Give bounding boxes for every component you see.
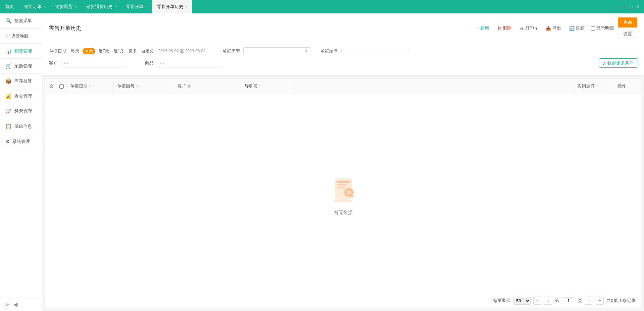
tab-retail-open-history[interactable]: 零售开单历史 × bbox=[152, 0, 192, 13]
goods-input[interactable]: ··· bbox=[157, 59, 224, 67]
sidebar-item-purchase-mgmt[interactable]: 🛒 采购管理 bbox=[0, 59, 42, 74]
doc-type-select[interactable]: ▾ bbox=[243, 47, 310, 55]
sidebar-inventory-label: 库存核算 bbox=[14, 78, 32, 84]
sales-icon: 📊 bbox=[5, 48, 12, 54]
th-actual-amount[interactable]: 实销金额 ⇅ bbox=[574, 79, 614, 94]
retail-open-label: 零售开单 bbox=[126, 4, 143, 10]
main-layout: 🔍 搜索采单 ⌂ 快捷导航 📊 销售管理 🛒 采购管理 📦 库存核算 💰 资金管… bbox=[0, 13, 644, 311]
goods-label: 商品 bbox=[145, 60, 154, 66]
shortcut-1month[interactable]: 近1月 bbox=[112, 48, 126, 54]
close-sales-return[interactable]: × bbox=[75, 5, 77, 9]
basic-info-icon: 📋 bbox=[5, 123, 12, 129]
sidebar-item-inventory[interactable]: 📦 库存核算 bbox=[0, 74, 42, 89]
shortcut-7days[interactable]: 近7天 bbox=[97, 48, 110, 54]
date-label: 单据日期 bbox=[49, 48, 66, 54]
sidebar-search[interactable]: 🔍 搜索采单 bbox=[0, 13, 42, 29]
print-icon: 🖨 bbox=[519, 26, 524, 31]
date-range: 2023-06-02 至 2023-06-02 bbox=[158, 48, 205, 54]
maximize-btn[interactable]: □ bbox=[630, 4, 633, 10]
shortcut-custom[interactable]: 自定义 bbox=[140, 48, 155, 54]
customer-input[interactable]: ··· bbox=[61, 59, 128, 67]
doc-num-input[interactable] bbox=[341, 50, 408, 53]
collapse-label: 收起更多条件 bbox=[607, 60, 634, 66]
th-doc-num[interactable]: 单据编号 ⇅ bbox=[114, 79, 174, 94]
sidebar-item-finance-mgmt[interactable]: 💰 资金管理 bbox=[0, 89, 42, 104]
sidebar-bottom: ⚙ ◀ bbox=[0, 298, 42, 311]
prev-page-btn[interactable]: ‹ bbox=[544, 297, 552, 305]
show-detail-checkbox-label[interactable]: 显示明细 bbox=[591, 25, 614, 31]
th-checkbox[interactable] bbox=[56, 79, 67, 94]
settings-icon[interactable]: ⚙ bbox=[5, 301, 9, 308]
tab-sales-return[interactable]: 销货退货 × bbox=[50, 0, 81, 13]
th-doc-num-label: 单据编号 bbox=[117, 83, 135, 89]
date-shortcuts: 昨天 今天 近7天 近1月 更多 自定义 bbox=[70, 48, 155, 54]
sales-order-label: 销售订单 bbox=[24, 4, 42, 10]
shortcut-today[interactable]: 今天 bbox=[83, 48, 95, 54]
query-button[interactable]: 查询 bbox=[618, 17, 637, 28]
search-icon: 🔍 bbox=[5, 18, 12, 24]
delete-button[interactable]: 🗑 删除 bbox=[495, 24, 513, 33]
shortcut-more[interactable]: 更多 bbox=[127, 48, 138, 54]
collapse-icon: ∧ bbox=[603, 61, 606, 66]
add-label: + 新增 bbox=[477, 25, 489, 31]
table-area: ⚙ 单据日期 ⇅ 单据编号 ⇅ 客户 ⇅ 导购员 bbox=[45, 78, 641, 308]
show-detail-checkbox[interactable] bbox=[591, 26, 595, 31]
next-page-btn[interactable]: › bbox=[585, 297, 593, 305]
export-button[interactable]: 📤 导出 bbox=[544, 24, 563, 33]
sidebar-sales-label: 销售管理 bbox=[14, 48, 32, 54]
collapse-button[interactable]: ∧ 收起更多条件 bbox=[599, 58, 637, 68]
sidebar-item-business-mgmt[interactable]: 📈 经营管理 bbox=[0, 104, 42, 119]
th-settings[interactable]: ⚙ bbox=[45, 79, 56, 94]
th-doc-date-label: 单据日期 bbox=[70, 83, 88, 89]
th-salesperson[interactable]: 导购员 ⇅ bbox=[241, 79, 288, 94]
select-all-checkbox[interactable] bbox=[59, 84, 64, 89]
sidebar-item-system-mgmt[interactable]: ⚙ 系统管理 bbox=[0, 134, 42, 149]
tab-sales-order[interactable]: 销售订单 × bbox=[19, 0, 50, 13]
th-doc-date[interactable]: 单据日期 ⇅ bbox=[67, 79, 114, 94]
column-settings-icon[interactable]: ⚙ bbox=[49, 82, 54, 91]
refresh-button[interactable]: 🔄 刷新 bbox=[567, 24, 587, 33]
pagination: 每页显示 50 10 20 100 « ‹ 第 页 › » 共0页, 0条记录 bbox=[45, 293, 641, 308]
filter-row-1: 单据日期 昨天 今天 近7天 近1月 更多 自定义 2023-06-02 至 2… bbox=[49, 47, 637, 55]
tab-sales-return-history[interactable]: 销货退货历史 × bbox=[82, 0, 121, 13]
page-title: 零售开单历史 bbox=[49, 25, 81, 32]
sidebar-item-sales-mgmt[interactable]: 📊 销售管理 bbox=[0, 44, 42, 59]
th-operations: 操作 bbox=[614, 79, 641, 94]
sidebar-item-quick-nav[interactable]: ⌂ 快捷导航 bbox=[0, 29, 42, 44]
print-label: 打印 bbox=[525, 25, 534, 31]
tab-home[interactable]: 首页 bbox=[0, 0, 19, 13]
sort-customer-icon[interactable]: ⇅ bbox=[188, 85, 190, 88]
tab-retail-open[interactable]: 零售开单 × bbox=[121, 0, 152, 13]
sidebar: 🔍 搜索采单 ⌂ 快捷导航 📊 销售管理 🛒 采购管理 📦 库存核算 💰 资金管… bbox=[0, 13, 42, 311]
sidebar-item-basic-info[interactable]: 📋 基础信息 bbox=[0, 119, 42, 134]
doc-type-label: 单据类型 bbox=[222, 48, 240, 54]
collapse-sidebar-icon[interactable]: ◀ bbox=[13, 301, 17, 308]
minimize-btn[interactable]: — bbox=[621, 4, 626, 10]
purchase-icon: 🛒 bbox=[5, 63, 12, 69]
doc-num-label: 单据编号 bbox=[320, 48, 338, 54]
export-label: 导出 bbox=[552, 25, 561, 31]
filter-area: 单据日期 昨天 今天 近7天 近1月 更多 自定义 2023-06-02 至 2… bbox=[42, 43, 644, 75]
close-sales-return-history[interactable]: × bbox=[114, 5, 116, 9]
th-salesperson-label: 导购员 bbox=[245, 83, 258, 89]
add-button[interactable]: + 新增 bbox=[475, 24, 491, 33]
sort-salesperson-icon[interactable]: ⇅ bbox=[259, 85, 262, 88]
per-page-select[interactable]: 50 10 20 100 bbox=[513, 297, 531, 305]
sort-amount-icon[interactable]: ⇅ bbox=[596, 85, 599, 88]
setting-button[interactable]: 设置 bbox=[618, 29, 637, 39]
page-number-input[interactable] bbox=[562, 297, 575, 304]
shortcut-yesterday[interactable]: 昨天 bbox=[70, 48, 81, 54]
total-info: 共0页, 0条记录 bbox=[606, 298, 636, 304]
print-button[interactable]: 🖨 打印 ▾ bbox=[517, 24, 540, 33]
th-customer[interactable]: 客户 ⇅ bbox=[174, 79, 241, 94]
close-retail-open-history[interactable]: × bbox=[185, 5, 187, 9]
first-page-btn[interactable]: « bbox=[533, 297, 541, 305]
sort-doc-date-icon[interactable]: ⇅ bbox=[89, 85, 92, 88]
sort-doc-num-icon[interactable]: ⇅ bbox=[136, 85, 139, 88]
goods-dots: ··· bbox=[160, 60, 164, 66]
close-window-btn[interactable]: × bbox=[636, 4, 639, 10]
refresh-icon: 🔄 bbox=[569, 26, 575, 31]
close-retail-open[interactable]: × bbox=[145, 5, 147, 9]
last-page-btn[interactable]: » bbox=[596, 297, 604, 305]
close-sales-order[interactable]: × bbox=[44, 5, 46, 9]
